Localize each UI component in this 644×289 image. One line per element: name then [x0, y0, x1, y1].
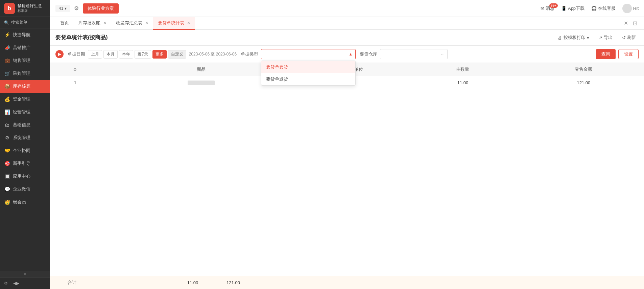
- warehouse-filter-label: 要货仓库: [360, 51, 377, 57]
- page-header: 要货单统计表(按商品) 🖨 按模板打印 ▾ ↗ 导出 ↺ 刷新: [50, 30, 644, 46]
- sidebar-item-label: 快捷导航: [13, 32, 30, 38]
- sidebar-item-system[interactable]: ⚙ 系统管理: [0, 131, 50, 144]
- filter-action-btns: 查询 设置: [596, 49, 639, 59]
- sidebar-item-wechat[interactable]: 💬 企业微信: [0, 183, 50, 196]
- sidebar-item-label: 新手引导: [13, 160, 30, 166]
- app-name: 畅捷通好生意: [18, 3, 42, 9]
- breadcrumb-chevron-icon: ▾: [65, 6, 67, 11]
- sidebar-item-inventory[interactable]: 📦 库存核算: [0, 80, 50, 93]
- message-item[interactable]: ✉ 消息 99+: [541, 5, 554, 12]
- sidebar-item-purchase[interactable]: 🛒 采购管理: [0, 67, 50, 80]
- sidebar-settings-icon[interactable]: ⚙: [4, 281, 8, 286]
- user-item[interactable]: Rit: [622, 4, 639, 13]
- dropdown-item-return[interactable]: 要货单退货: [261, 73, 355, 85]
- tab-batch-account-close[interactable]: ✕: [103, 21, 106, 25]
- top-header: 41 ▾ ⚙ 体验行业方案 ✉ 消息 99+ 📱 App下载 🎧 在线客服 R: [50, 0, 644, 17]
- last-7days-btn[interactable]: 近7天: [135, 50, 151, 59]
- tab-requisition-stat-close[interactable]: ✕: [187, 21, 190, 25]
- print-label: 按模板打印: [564, 35, 586, 41]
- sidebar-item-appstore[interactable]: 🔲 应用中心: [0, 170, 50, 183]
- footer-amount: 121.00: [213, 280, 254, 285]
- sidebar-item-operations[interactable]: 📊 经营管理: [0, 106, 50, 118]
- sidebar-item-guide[interactable]: 🎯 新手引导: [0, 157, 50, 170]
- refresh-label: 刷新: [627, 35, 636, 41]
- sidebar-item-label: 畅会员: [13, 199, 26, 205]
- sales-icon: 💼: [4, 58, 10, 64]
- content-area: 要货单统计表(按商品) 🖨 按模板打印 ▾ ↗ 导出 ↺ 刷新: [50, 30, 644, 289]
- tab-close-window-icon[interactable]: ✕: [622, 19, 629, 28]
- sidebar-item-quick-nav[interactable]: ⚡ 快捷导航: [0, 28, 50, 41]
- footer-label: 合计: [54, 280, 172, 286]
- table-footer: 合计 11.00 121.00: [50, 276, 644, 289]
- date-filter-section: 单据日期 上月 本月 本年 近7天 更多 自定义 2023-05-06 至 20…: [68, 50, 237, 59]
- export-button[interactable]: ↗ 导出: [596, 33, 615, 42]
- date-filter-label: 单据日期: [68, 51, 85, 57]
- tab-home-label: 首页: [60, 20, 69, 26]
- sidebar-search[interactable]: 🔍 搜索菜单: [0, 17, 50, 28]
- message-badge: 99+: [549, 3, 558, 8]
- custom-btn[interactable]: 自定义: [168, 50, 186, 59]
- print-template-button[interactable]: 🖨 按模板打印 ▾: [555, 33, 592, 42]
- breadcrumb-selector[interactable]: 41 ▾: [55, 5, 70, 12]
- dropdown-item-label: 要货单要货: [266, 64, 288, 69]
- sidebar-item-label: 库存核算: [13, 83, 30, 89]
- settings-button[interactable]: 设置: [618, 49, 639, 59]
- tab-maximize-icon[interactable]: ⊡: [631, 19, 639, 28]
- sidebar-item-label: 销售管理: [13, 58, 30, 64]
- refresh-button[interactable]: ↺ 刷新: [619, 33, 639, 42]
- inventory-icon: 📦: [4, 83, 10, 89]
- member-icon: 👑: [4, 199, 10, 205]
- query-button[interactable]: 查询: [596, 49, 616, 59]
- more-btn[interactable]: 更多: [152, 50, 167, 59]
- trial-button[interactable]: 体验行业方案: [83, 3, 119, 14]
- col-settings-header[interactable]: ⚙: [50, 63, 100, 76]
- prev-month-btn[interactable]: 上月: [88, 50, 102, 59]
- header-right: ✉ 消息 99+ 📱 App下载 🎧 在线客服 Rit: [541, 4, 639, 13]
- footer-total-label: 合计: [68, 280, 76, 285]
- this-year-btn[interactable]: 本年: [119, 50, 133, 59]
- refresh-icon: ↺: [622, 35, 626, 40]
- sidebar-item-member[interactable]: 👑 畅会员: [0, 196, 50, 208]
- tab-requisition-stat[interactable]: 要货单统计表 ✕: [153, 17, 195, 30]
- warehouse-filter-section: 要货仓库 ···: [360, 49, 448, 59]
- date-range-text: 2023-05-06 至 2023-06-06: [189, 51, 237, 57]
- footer-quantity: 11.00: [172, 280, 213, 285]
- search-icon: 🔍: [4, 20, 9, 25]
- warehouse-input-box[interactable]: ···: [380, 49, 448, 59]
- type-input-box[interactable]: ▲: [261, 49, 356, 59]
- sidebar-item-label: 企业协同: [13, 148, 30, 154]
- basic-icon: 🗂: [4, 122, 10, 128]
- system-icon: ⚙: [4, 135, 10, 141]
- sidebar: b 畅捷通好生意 标准版 🔍 搜索菜单 ⚡ 快捷导航 📣 营销推广 💼 销售管理…: [0, 0, 50, 289]
- filter-expand-button[interactable]: ▶: [55, 50, 64, 58]
- message-icon: ✉: [541, 6, 544, 11]
- col-quantity-header: 主数量: [402, 63, 523, 76]
- tab-home[interactable]: 首页: [55, 17, 74, 30]
- sidebar-item-sales[interactable]: 💼 销售管理: [0, 54, 50, 67]
- sidebar-item-marketing[interactable]: 📣 营销推广: [0, 41, 50, 54]
- table-settings-icon: ⚙: [73, 67, 77, 72]
- header-settings-icon[interactable]: ⚙: [74, 5, 79, 12]
- this-month-btn[interactable]: 本月: [103, 50, 118, 59]
- sidebar-scroll-down[interactable]: ▼: [0, 271, 50, 277]
- sidebar-item-basic[interactable]: 🗂 基础信息: [0, 118, 50, 131]
- online-service-label: 在线客服: [598, 5, 616, 12]
- online-service-item[interactable]: 🎧 在线客服: [591, 5, 616, 12]
- sidebar-item-label: 企业微信: [13, 186, 30, 192]
- header-left: 41 ▾ ⚙ 体验行业方案: [55, 3, 119, 14]
- dropdown-item-requisition[interactable]: 要货单要货: [261, 61, 355, 73]
- sidebar-item-cooperation[interactable]: 🤝 企业协同: [0, 144, 50, 157]
- purchase-icon: 🛒: [4, 70, 10, 76]
- sidebar-collapse-icon[interactable]: ◀▶: [13, 281, 19, 286]
- table-container: ⚙ 商品 主计量单位 主数量 零售金额 1: [50, 63, 644, 276]
- tab-batch-account[interactable]: 库存批次账 ✕: [74, 17, 111, 30]
- app-download-item[interactable]: 📱 App下载: [561, 5, 585, 12]
- sidebar-item-label: 采购管理: [13, 70, 30, 76]
- sidebar-item-finance[interactable]: 💰 资金管理: [0, 93, 50, 106]
- sidebar-item-label: 应用中心: [13, 173, 30, 179]
- tab-receive-summary[interactable]: 收发存汇总表 ✕: [111, 17, 153, 30]
- type-dropdown-menu: 要货单要货 要货单退货: [261, 61, 356, 86]
- cell-quantity: 11.00: [402, 76, 523, 89]
- appstore-icon: 🔲: [4, 173, 10, 179]
- tab-receive-summary-close[interactable]: ✕: [145, 21, 148, 25]
